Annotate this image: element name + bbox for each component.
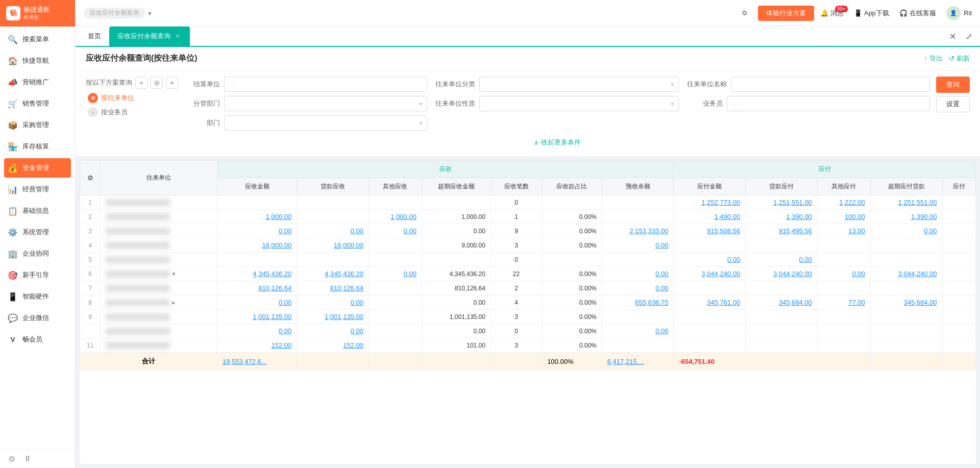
sidebar-item-smarthw[interactable]: 📱 智能硬件 [0, 286, 75, 307]
settlement-unit-input[interactable]: ··· [224, 77, 427, 92]
setting-btn[interactable]: 设置 [936, 96, 970, 112]
filter-header: 按以下方案查询 ＋ ◎ « [86, 77, 178, 89]
promo-button[interactable]: 体验行业方案 [758, 6, 814, 21]
sidebar-item-operations[interactable]: 📊 经营管理 [0, 179, 75, 200]
table-row: 5██████████00.000.00 [80, 253, 976, 267]
sidebar-item-guide[interactable]: 🎯 新手引导 [0, 264, 75, 286]
salesperson-input[interactable]: ··· [727, 96, 930, 111]
filter-action-btns: 查询 设置 [936, 77, 970, 112]
table-container[interactable]: ⚙ 往来单位 应收 应付 应收金额 贷款应收 其他应收 超期应收金额 应收笔数 [80, 160, 976, 464]
footer-yf-more [942, 353, 975, 371]
filter-unit-nature: 往来单位性质 ▾ [435, 96, 678, 111]
finance-icon: 💰 [8, 163, 17, 173]
top-header: 应收应付余额查询 ▾ ⚙ 体验行业方案 🔔 消息 99+ 📱 App下载 🎧 在… [76, 0, 980, 27]
sidebar-item-purchase[interactable]: 📦 采购管理 [0, 114, 75, 136]
col-ys-amount: 应收金额 [217, 178, 297, 195]
view-option-salesperson[interactable]: ○ 按业务员 [86, 107, 178, 117]
sidebar-item-inventory[interactable]: 🏪 库存核算 [0, 136, 75, 157]
sidebar-item-sales[interactable]: 🛒 销售管理 [0, 93, 75, 114]
member-icon: V [8, 335, 17, 344]
department-input[interactable]: ▾ [224, 96, 427, 111]
tab-close-icon[interactable]: × [174, 32, 182, 40]
tab-accounts-query[interactable]: 应收应付余额查询 × [109, 27, 190, 47]
settings-bottom-icon[interactable]: ⚙ [8, 454, 15, 464]
collapse-more-btn[interactable]: ∧ 收起更多条件 [534, 135, 581, 150]
collapse-more: ∧ 收起更多条件 [184, 135, 930, 150]
table-row: 6██████████ ▾4,345,436.204,345,436.200.0… [80, 267, 976, 281]
filter-collapse-btn[interactable]: « [166, 77, 178, 89]
col-ys-count: 应收笔数 [491, 178, 542, 195]
export-icon: ↑ [924, 55, 928, 62]
user-avatar: 👤 [946, 6, 961, 20]
page-actions: ↑ 导出 ↺ 刷新 [924, 54, 970, 63]
unit-name-input[interactable] [731, 77, 930, 92]
sidebar-item-quicknav[interactable]: 🏠 快捷导航 [0, 50, 75, 71]
table-row: 1██████████01,252,773.001,251,551.001,22… [80, 195, 976, 210]
cell-partner: ██████████ [101, 281, 217, 295]
tab-home[interactable]: 首页 [80, 27, 109, 47]
cell-partner: ██████████ [101, 238, 217, 253]
dept-input[interactable]: ▾ [224, 115, 427, 131]
messages-btn[interactable]: 🔔 消息 99+ [820, 9, 844, 18]
unit-nature-input[interactable]: ▾ [479, 96, 678, 111]
col-ys-advance: 预收余额 [602, 178, 674, 195]
sidebar-bottom: ⚙ ⏸ [0, 450, 75, 468]
sidebar-item-enterprise[interactable]: 🏢 企业协同 [0, 243, 75, 264]
table-row: 2██████████1,000.001,000.001,000.0010.00… [80, 210, 976, 224]
footer-ys-amount[interactable]: 19,553,472,6... [217, 353, 297, 371]
logo-text: 畅捷通账 标准版 [23, 6, 50, 21]
basicinfo-icon: 📋 [8, 206, 17, 215]
breadcrumb: 应收应付余额查询 ▾ [84, 8, 731, 18]
footer-ys-overdue [422, 353, 491, 371]
filter-header-label: 按以下方案查询 [86, 78, 132, 87]
tab-minimize-btn[interactable]: ✕ [945, 29, 960, 43]
query-btn[interactable]: 查询 [936, 77, 970, 93]
filter-unit-name: 往来单位名称 [687, 77, 930, 92]
col-settings[interactable]: ⚙ [80, 161, 101, 195]
footer-yf-overdue [870, 353, 942, 371]
col-yf-more: 应付 [942, 178, 975, 195]
cell-partner: ██████████ [101, 224, 217, 238]
collapse-bottom-icon[interactable]: ⏸ [23, 454, 32, 464]
salesperson-option-label: 按业务员 [101, 108, 128, 117]
sidebar-logo: 畅 畅捷通账 标准版 [0, 0, 75, 27]
table-row: 7██████████810,126.64810,126.64810,126.6… [80, 281, 976, 295]
headset-icon: 🎧 [899, 9, 908, 17]
unit-category-input[interactable]: ▾ [479, 77, 678, 92]
page-title: 应收应付余额查询(按往来单位) [86, 53, 198, 64]
table-row: 8██████████ ▸0.000.000.0040.00%655,636.7… [80, 295, 976, 310]
table-row: 4██████████18,000.0018,000.009,000.0030.… [80, 238, 976, 253]
footer-ys-advance[interactable]: 6,417,215.... [602, 353, 674, 371]
col-group-yingshou: 应收 [217, 161, 674, 178]
sidebar-item-member[interactable]: V 畅会员 [0, 329, 75, 350]
filter-unit-category: 往来单位分类 ▾ [435, 77, 678, 92]
footer-ys-loan [297, 353, 369, 371]
search-icon: 🔍 [8, 35, 17, 44]
user-menu[interactable]: 👤 Rit [946, 6, 972, 20]
tab-maximize-btn[interactable]: ⤢ [962, 29, 976, 43]
export-btn[interactable]: ↑ 导出 [924, 54, 943, 63]
breadcrumb-text: 应收应付余额查询 [84, 8, 145, 18]
sidebar-item-system[interactable]: ⚙️ 系统管理 [0, 221, 75, 243]
view-option-partner[interactable]: ❋ 按往来单位 [86, 93, 178, 103]
guide-icon: 🎯 [8, 270, 17, 280]
sidebar-item-finance[interactable]: 💰 资金管理 [4, 158, 71, 178]
filter-add-btn[interactable]: ＋ [135, 77, 148, 89]
table-row: 9██████████1,001,135.001,001,135.001,001… [80, 310, 976, 324]
col-yf-loan: 贷款应付 [746, 178, 818, 195]
header-gear[interactable]: ⚙ [738, 6, 752, 20]
sidebar-item-marketing[interactable]: 📣 营销推广 [0, 71, 75, 93]
sidebar-item-search[interactable]: 🔍 搜索菜单 [0, 29, 75, 50]
table-settings-icon[interactable]: ⚙ [87, 174, 93, 182]
table-row: 3██████████0.000.000.000.0090.00%2,153,3… [80, 224, 976, 238]
col-yf-amount: 应付金额 [674, 178, 746, 195]
refresh-btn[interactable]: ↺ 刷新 [949, 54, 970, 63]
support-btn[interactable]: 🎧 在线客服 [899, 9, 936, 18]
main-content: 应收应付余额查询 ▾ ⚙ 体验行业方案 🔔 消息 99+ 📱 App下载 🎧 在… [76, 0, 980, 468]
breadcrumb-chevron[interactable]: ▾ [148, 9, 152, 17]
app-download-btn[interactable]: 📱 App下载 [854, 9, 889, 18]
sidebar-item-basicinfo[interactable]: 📋 基础信息 [0, 200, 75, 221]
sidebar-item-wechat[interactable]: 💬 企业微信 [0, 307, 75, 329]
filter-target-btn[interactable]: ◎ [151, 77, 163, 89]
partner-option-icon: ❋ [88, 93, 98, 103]
